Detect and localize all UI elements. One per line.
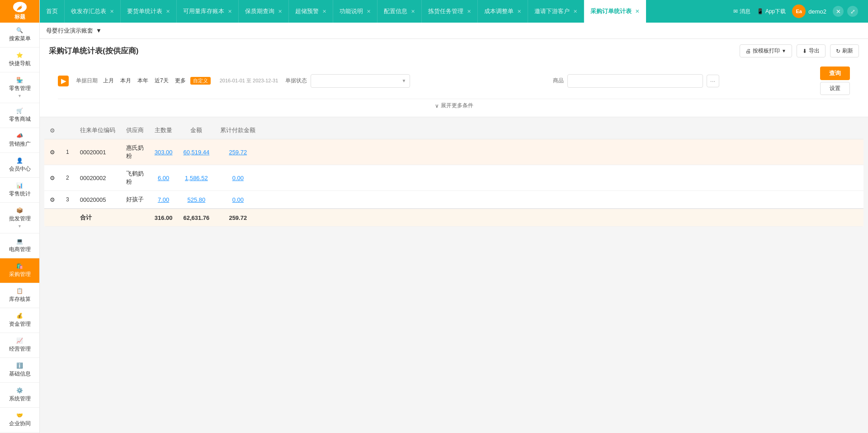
date-shortcut-more[interactable]: 更多 [173, 76, 188, 86]
sidebar-item-enterprise-coop[interactable]: 🤝 企业协同 [0, 408, 39, 433]
nav-tab-picking-task[interactable]: 拣货任务管理 ✕ [422, 0, 478, 23]
table-footer-row: 合计 316.00 62,631.76 259.72 [44, 209, 863, 227]
row-gear[interactable]: ⚙ [44, 139, 61, 165]
row-gear[interactable]: ⚙ [44, 191, 61, 209]
nav-tab-warranty[interactable]: 保质期查询 ✕ [239, 0, 289, 23]
row-amount[interactable]: 525.80 [178, 191, 215, 209]
sidebar-item-sys-mgmt[interactable]: ⚙️ 系统管理 [0, 383, 39, 408]
sidebar-item-retail-mgmt[interactable]: 🏪 零售管理 ▼ [0, 72, 39, 103]
row-extra [261, 165, 863, 191]
row-paid-amount[interactable]: 0.00 [215, 165, 261, 191]
sidebar-item-retail-stats[interactable]: 📊 零售统计 [0, 178, 39, 203]
row-quantity[interactable]: 7.00 [149, 191, 178, 209]
sidebar-item-retail-store[interactable]: 🛒 零售商城 [0, 103, 39, 128]
ops-icon: 📈 [16, 338, 23, 344]
filter-toggle-button[interactable]: ▶ [58, 76, 69, 86]
row-quantity[interactable]: 6.00 [149, 165, 178, 191]
sidebar-item-wholesale-mgmt[interactable]: 📦 批发管理 ▼ [0, 203, 39, 233]
sidebar-item-ecom-label: 电商管理 [9, 246, 31, 253]
expand-more-btn[interactable]: ∨ 展开更多条件 [58, 99, 850, 112]
column-header-idx [61, 122, 75, 139]
sidebar-item-basic-info[interactable]: ℹ️ 基础信息 [0, 358, 39, 383]
sidebar-item-finance-mgmt[interactable]: 💰 资金管理 [0, 308, 39, 333]
row-amount[interactable]: 60,519.44 [178, 139, 215, 165]
sys-icon: ⚙️ [16, 387, 23, 394]
date-shortcut-this-month[interactable]: 本月 [118, 76, 133, 86]
date-shortcut-this-year[interactable]: 本年 [136, 76, 150, 86]
goods-input[interactable] [567, 74, 703, 88]
row-gear[interactable]: ⚙ [44, 165, 61, 191]
row-paid-amount[interactable]: 259.72 [215, 139, 261, 165]
query-button[interactable]: 查询 [820, 67, 850, 80]
status-select[interactable]: ▼ [311, 74, 410, 88]
nav-tab-warranty-close[interactable]: ✕ [278, 9, 282, 14]
sidebar-item-search-label: 搜索菜单 [9, 35, 31, 43]
nav-tab-func-desc[interactable]: 功能说明 ✕ [333, 0, 377, 23]
table-row[interactable]: ⚙ 3 00020005 好孩子 7.00 525.80 0.00 [44, 191, 863, 209]
window-max-btn[interactable]: ⤢ [847, 6, 858, 17]
row-quantity[interactable]: 303.00 [149, 139, 178, 165]
export-button[interactable]: ⬇ 导出 [797, 44, 826, 57]
settings-button[interactable]: 设置 [820, 82, 850, 95]
nav-tab-cost-adjust[interactable]: 成本调整单 ✕ [478, 0, 528, 23]
sidebar-item-quick-nav[interactable]: ⭐ 快捷导航 [0, 48, 39, 72]
footer-idx-col [61, 209, 75, 227]
goods-ellipsis-button[interactable]: ··· [707, 75, 719, 87]
nav-tab-purchase-close[interactable]: ✕ [635, 9, 639, 14]
refresh-button[interactable]: ↻ 刷新 [830, 44, 859, 57]
message-btn[interactable]: ✉ 消息 [733, 8, 750, 15]
sidebar-item-marketing[interactable]: 📣 营销推广 [0, 128, 39, 153]
nav-tab-home[interactable]: 首页 [40, 0, 65, 23]
nav-tab-overstock[interactable]: 超储预警 ✕ [289, 0, 333, 23]
nav-tab-receive-send[interactable]: 收发存汇总表 ✕ [65, 0, 121, 23]
purchase-icon: 🛍️ [16, 263, 23, 269]
user-info[interactable]: Ea demo2 [792, 5, 826, 18]
sidebar-item-sys-label: 系统管理 [9, 395, 31, 403]
window-close-btn[interactable]: ✕ [833, 6, 844, 17]
table-row[interactable]: ⚙ 1 00020001 惠氏奶粉 303.00 60,519.44 259.7… [44, 139, 863, 165]
nav-tab-cost-close[interactable]: ✕ [517, 9, 521, 14]
column-header-gear[interactable]: ⚙ [44, 122, 61, 139]
nav-tab-config-close[interactable]: ✕ [411, 9, 415, 14]
page-actions: 🖨 按模板打印 ▼ ⬇ 导出 ↻ 刷新 [740, 44, 859, 57]
nav-tab-warranty-label: 保质期查询 [245, 7, 274, 15]
member-icon: 👤 [16, 157, 23, 164]
date-custom-tag[interactable]: 自定义 [190, 77, 211, 85]
app-download-btn[interactable]: 📱 App下载 [757, 8, 786, 15]
nav-tab-overstock-close[interactable]: ✕ [322, 9, 326, 14]
nav-tab-config[interactable]: 配置信息 ✕ [377, 0, 422, 23]
app-logo: 标题 [0, 0, 39, 23]
nav-tab-picking-close[interactable]: ✕ [467, 9, 471, 14]
sidebar-item-ops-mgmt[interactable]: 📈 经营管理 [0, 333, 39, 358]
workspace-selector[interactable]: 母婴行业演示账套 ▼ [46, 27, 102, 35]
nav-tab-invite-close[interactable]: ✕ [573, 9, 577, 14]
sidebar-item-member-center[interactable]: 👤 会员中心 [0, 153, 39, 178]
nav-tab-goods-stats[interactable]: 要货单统计表 ✕ [121, 0, 177, 23]
nav-tab-receive-close[interactable]: ✕ [110, 9, 114, 14]
nav-tab-purchase-stats[interactable]: 采购订单统计表 ✕ [584, 0, 646, 23]
nav-tab-func-close[interactable]: ✕ [367, 9, 371, 14]
nav-tab-avail-close[interactable]: ✕ [228, 9, 232, 14]
nav-tab-goods-close[interactable]: ✕ [166, 9, 170, 14]
row-extra [261, 191, 863, 209]
data-table-section: ⚙ 往来单位编码 供应商 主数量 金额 [44, 122, 863, 227]
sidebar-item-retail-stats-label: 零售统计 [9, 190, 31, 198]
window-controls: ✕ ⤢ [833, 6, 862, 17]
sidebar-item-ecom-mgmt[interactable]: 💻 电商管理 [0, 233, 39, 258]
date-shortcut-7days[interactable]: 近7天 [153, 76, 170, 86]
row-paid-amount[interactable]: 0.00 [215, 191, 261, 209]
enterprise-coop-icon: 🤝 [16, 412, 23, 419]
sidebar-item-purchase-mgmt[interactable]: 🛍️ 采购管理 [0, 258, 39, 283]
nav-tab-invite[interactable]: 邀请下游客户 ✕ [528, 0, 584, 23]
sidebar-item-search[interactable]: 🔍 搜索菜单 [0, 23, 39, 48]
nav-tab-avail-stock[interactable]: 可用量库存账本 ✕ [177, 0, 239, 23]
print-button[interactable]: 🖨 按模板打印 ▼ [740, 44, 792, 57]
ecom-icon: 💻 [16, 238, 23, 244]
footer-gear-col [44, 209, 61, 227]
table-row[interactable]: ⚙ 2 00020002 飞鹤奶粉 6.00 1,586.52 0.00 [44, 165, 863, 191]
footer-label-col: 合计 [75, 209, 121, 227]
date-shortcut-last-month[interactable]: 上月 [101, 76, 116, 86]
data-table: ⚙ 往来单位编码 供应商 主数量 金额 [44, 122, 863, 227]
row-amount[interactable]: 1,586.52 [178, 165, 215, 191]
sidebar-item-inventory-check[interactable]: 📋 库存核算 [0, 283, 39, 308]
